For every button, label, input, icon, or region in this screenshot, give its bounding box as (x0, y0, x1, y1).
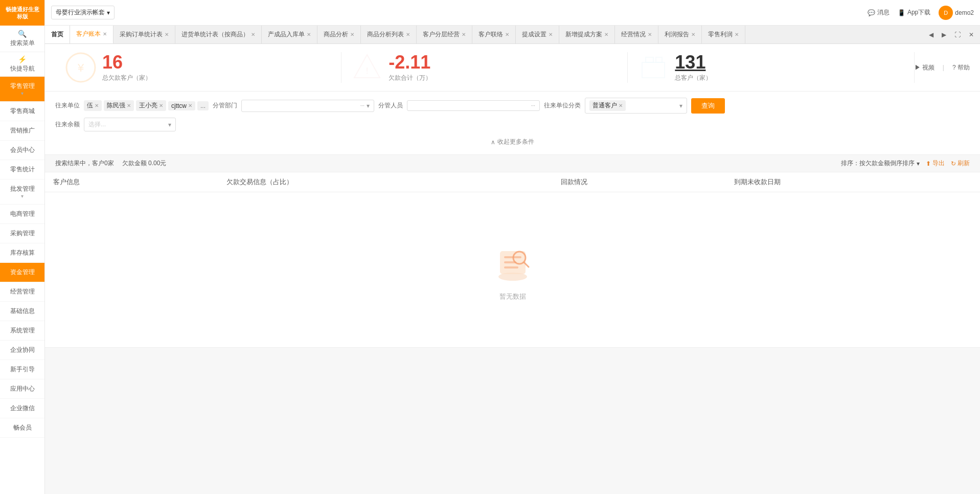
col-customer-info: 客户信息 (45, 172, 218, 192)
tab-product-stock[interactable]: 产成品入库单 ✕ (262, 26, 317, 44)
tabs-close-all-icon[interactable]: ✕ (966, 31, 977, 38)
tab-close-icon[interactable]: ✕ (103, 31, 107, 37)
table-empty-cell: 暂无数据 (45, 192, 980, 348)
sidebar-item-member2[interactable]: 畅会员 (0, 418, 44, 438)
sidebar-item-wechat[interactable]: 企业微信 (0, 399, 44, 418)
tab-close-icon[interactable]: ✕ (648, 32, 652, 37)
tab-close-icon[interactable]: ✕ (251, 32, 255, 37)
summary-card-2: ! -2.11 欠款合计（万） (341, 52, 628, 83)
sidebar-item-retail-stats[interactable]: 零售统计 (0, 160, 44, 179)
sidebar-item-search[interactable]: 🔍 搜索菜单 (0, 26, 44, 52)
sidebar-item-finance[interactable]: 资金管理 (0, 263, 44, 282)
tab-close-icon[interactable]: ✕ (307, 32, 311, 37)
results-bar: 搜索结果中，客户0家 欠款金额 0.00元 排序：按欠款金额倒序排序 ▾ ⬆ 导… (45, 155, 980, 172)
tabs-right-arrow[interactable]: ▶ (939, 31, 949, 38)
search-count: 搜索结果中，客户0家 (55, 159, 114, 168)
tabs-maximize-icon[interactable]: ⛶ (951, 31, 964, 38)
tab-customer-contact[interactable]: 客户联络 ✕ (472, 26, 516, 44)
tab-customer-ledger[interactable]: 客户账本 ✕ (70, 26, 113, 44)
svg-text:!: ! (366, 66, 368, 75)
user-menu[interactable]: D demo2 (939, 6, 974, 20)
balance-select[interactable]: 选择... ▾ (84, 118, 176, 131)
total-customers-icon (638, 52, 669, 83)
main-area: 母婴行业演示帐套 ▾ 💬 消息 📱 App下载 D demo2 首页 客户账本 … (45, 0, 980, 494)
unit-class-select[interactable]: 普通客户 ✕ ▾ (585, 98, 687, 114)
help-btn[interactable]: ? 帮助 (952, 63, 970, 72)
tab-close-icon[interactable]: ✕ (549, 32, 553, 37)
filter-tag-chen[interactable]: 陈民强 ✕ (104, 100, 134, 111)
unit-class-tag[interactable]: 普通客户 ✕ (589, 100, 626, 111)
filter-tag-wang[interactable]: 王小亮 ✕ (136, 100, 166, 111)
query-button[interactable]: 查询 (691, 98, 725, 114)
sidebar-item-newbie[interactable]: 新手引导 (0, 360, 44, 379)
summary-actions: ▶ 视频 | ? 帮助 (915, 52, 970, 83)
filter-tag-cjttcw[interactable]: cjttcw ✕ (168, 101, 195, 110)
sidebar-item-system[interactable]: 系统管理 (0, 321, 44, 341)
unit-filter-label: 往来单位 (55, 101, 80, 110)
total-debt-amount-label: 欠款合计（万） (389, 74, 431, 82)
logo-text: 畅捷通好生意 标版 (6, 6, 39, 20)
tabs-left-arrow[interactable]: ◀ (926, 31, 937, 38)
sidebar-item-operations[interactable]: 经营管理 (0, 282, 44, 302)
tab-commission-settings[interactable]: 提成设置 ✕ (516, 26, 559, 44)
tab-close-icon[interactable]: ✕ (406, 32, 410, 37)
messages-btn[interactable]: 💬 消息 (868, 8, 890, 17)
sidebar-item-enterprise[interactable]: 企业协同 (0, 341, 44, 360)
sidebar-item-app-center[interactable]: 应用中心 (0, 379, 44, 399)
sidebar-item-nav[interactable]: ⚡ 快捷导航 (0, 52, 44, 77)
sidebar-item-inventory[interactable]: 库存核算 (0, 243, 44, 263)
app-download-btn[interactable]: 📱 App下载 (898, 8, 930, 17)
tab-home[interactable]: 首页 (45, 26, 70, 44)
table-empty-row: 暂无数据 (45, 192, 980, 348)
tag-remove-wu[interactable]: ✕ (95, 103, 99, 108)
account-label: 母婴行业演示帐套 (56, 8, 105, 17)
sidebar-item-retail-mgmt[interactable]: 零售管理 ▾ (0, 77, 44, 102)
refresh-button[interactable]: ↻ 刷新 (951, 159, 970, 168)
tag-remove-unit-class[interactable]: ✕ (619, 103, 623, 108)
sidebar-item-wholesale[interactable]: 批发管理 ▾ (0, 179, 44, 205)
summary-row: ¥ 16 总欠款客户（家） ! -2.11 欠款合计（万） (45, 44, 980, 92)
tab-business[interactable]: 经营情况 ✕ (615, 26, 658, 44)
sidebar: 畅捷通好生意 标版 🔍 搜索菜单 ⚡ 快捷导航 零售管理 ▾ 零售商城 营销推广… (0, 0, 45, 494)
tab-close-icon[interactable]: ✕ (691, 32, 695, 37)
sidebar-item-basic-info[interactable]: 基础信息 (0, 302, 44, 321)
tab-retail-profit[interactable]: 零售利润 ✕ (702, 26, 745, 44)
filter-row-1: 往来单位 伍 ✕ 陈民强 ✕ 王小亮 ✕ cjttcw (55, 98, 970, 114)
tab-goods-analysis-list[interactable]: 商品分析列表 ✕ (361, 26, 417, 44)
sidebar-item-member[interactable]: 会员中心 (0, 141, 44, 160)
export-button[interactable]: ⬆ 导出 (926, 159, 945, 168)
export-icon: ⬆ (926, 160, 931, 167)
account-selector[interactable]: 母婴行业演示帐套 ▾ (51, 6, 115, 19)
sidebar-item-marketing[interactable]: 营销推广 (0, 121, 44, 141)
tab-close-icon[interactable]: ✕ (735, 32, 739, 37)
tab-customer-layer[interactable]: 客户分层经营 ✕ (417, 26, 472, 44)
tab-profit[interactable]: 利润报告 ✕ (658, 26, 702, 44)
tag-remove-wang[interactable]: ✕ (159, 103, 163, 108)
video-btn[interactable]: ▶ 视频 (915, 63, 935, 72)
collapse-button[interactable]: ∧ 收起更多条件 (55, 136, 970, 148)
tab-close-icon[interactable]: ✕ (165, 32, 169, 37)
tab-goods-analysis[interactable]: 商品分析 ✕ (317, 26, 361, 44)
tab-close-icon[interactable]: ✕ (462, 32, 466, 37)
sidebar-item-ecommerce[interactable]: 电商管理 (0, 205, 44, 224)
filter-tag-more[interactable]: ... (197, 101, 209, 110)
tab-add-commission[interactable]: 新增提成方案 ✕ (559, 26, 615, 44)
tab-close-icon[interactable]: ✕ (505, 32, 509, 37)
tab-close-icon[interactable]: ✕ (350, 32, 354, 37)
dept-select[interactable]: ··· ▾ (241, 100, 374, 112)
sort-select[interactable]: 排序：按欠款金额倒序排序 ▾ (841, 159, 920, 168)
tab-purchase-order[interactable]: 采购订单统计表 ✕ (113, 26, 175, 44)
tag-remove-cjttcw[interactable]: ✕ (188, 103, 192, 108)
refresh-icon: ↻ (951, 160, 956, 167)
topbar: 母婴行业演示帐套 ▾ 💬 消息 📱 App下载 D demo2 (45, 0, 980, 26)
filter-tag-wu[interactable]: 伍 ✕ (84, 100, 102, 111)
sidebar-item-purchase[interactable]: 采购管理 (0, 224, 44, 243)
tab-purchase-stats[interactable]: 进货单统计表（按商品） ✕ (175, 26, 262, 44)
person-select[interactable]: ··· (407, 100, 540, 111)
sidebar-item-retail-mall[interactable]: 零售商城 (0, 102, 44, 121)
summary-card-1-values: 16 总欠款客户（家） (102, 53, 151, 82)
total-customers: 131 (675, 53, 712, 72)
table-header-row: 客户信息 欠款交易信息（占比） 回款情况 到期未收款日期 (45, 172, 980, 192)
tag-remove-chen[interactable]: ✕ (127, 103, 131, 108)
tab-close-icon[interactable]: ✕ (604, 32, 608, 37)
